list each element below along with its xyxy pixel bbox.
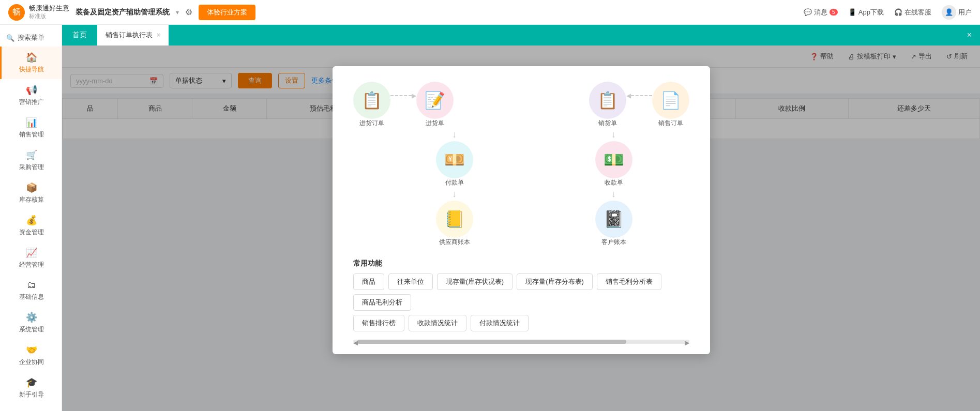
sales-bill-label: 销货单 bbox=[598, 119, 617, 128]
experience-btn[interactable]: 体验行业方案 bbox=[199, 5, 255, 20]
top-bar-right: 💬 消息 5 📱 App下载 🎧 在线客服 👤 用户 bbox=[804, 5, 972, 20]
finance-icon: 💰 bbox=[26, 215, 37, 226]
app-download-icon: 📱 bbox=[848, 8, 856, 16]
sidebar: 🔍 搜索菜单 🏠 快捷导航 📢 营销推广 📊 销售管理 🛒 采购管理 📦 bbox=[0, 25, 62, 411]
logo-area: 畅 畅康通好生意 标准版 bbox=[8, 4, 69, 21]
system-dropdown-arrow[interactable]: ▾ bbox=[176, 9, 179, 16]
scroll-right-icon[interactable]: ▶ bbox=[685, 339, 689, 346]
quick-nav-modal: 📋 进货订单 ▶ 📝 bbox=[333, 66, 710, 354]
cf-btn-sales-profit[interactable]: 销售毛利分析表 bbox=[597, 273, 661, 290]
operation-icon: 📈 bbox=[26, 247, 37, 258]
gear-icon[interactable]: ⚙ bbox=[185, 7, 192, 17]
cf-btn-partner[interactable]: 往来单位 bbox=[388, 273, 433, 290]
arrow-down-payment2: ↓ bbox=[452, 189, 457, 199]
tab-home[interactable]: 首页 bbox=[62, 25, 97, 45]
sales-order-icon: 📄 bbox=[660, 90, 681, 110]
sidebar-item-label: 经营管理 bbox=[19, 261, 44, 269]
main-body: 🔍 搜索菜单 🏠 快捷导航 📢 营销推广 📊 销售管理 🛒 采购管理 📦 bbox=[0, 25, 980, 411]
system-name: 装备及固定资产辅助管理系统 bbox=[76, 8, 170, 17]
sidebar-item-label: 营销推广 bbox=[19, 98, 44, 106]
modal-overlay[interactable]: 📋 进货订单 ▶ 📝 bbox=[62, 45, 980, 411]
arrow-down-receipt: ↓ bbox=[611, 130, 616, 139]
cf-buttons-row2: 销售排行榜 收款情况统计 付款情况统计 bbox=[353, 315, 689, 331]
tab-close-icon[interactable]: × bbox=[157, 32, 160, 39]
quick-nav-icon: 🏠 bbox=[26, 52, 37, 63]
sidebar-item-operation[interactable]: 📈 经营管理 bbox=[0, 242, 62, 275]
message-btn[interactable]: 💬 消息 5 bbox=[804, 8, 838, 17]
sidebar-item-label: 快捷导航 bbox=[19, 65, 44, 74]
receipt-bill-label: 收款单 bbox=[605, 178, 623, 187]
marketing-icon: 📢 bbox=[26, 84, 37, 96]
sales-order-node[interactable]: 📄 bbox=[652, 82, 689, 119]
sidebar-item-quick-nav[interactable]: 🏠 快捷导航 bbox=[0, 47, 62, 79]
logo-sub: 标准版 bbox=[29, 12, 69, 20]
guide-icon: 🎓 bbox=[26, 377, 37, 388]
cf-title: 常用功能 bbox=[353, 259, 689, 268]
flow-section: 📋 进货订单 ▶ 📝 bbox=[353, 82, 689, 247]
common-functions: 常用功能 商品 往来单位 现存量(库存状况表) 现存量(库存分布表) 销售毛利分… bbox=[353, 259, 689, 331]
search-icon: 🔍 bbox=[6, 34, 14, 42]
service-icon: 🎧 bbox=[894, 8, 902, 16]
cf-btn-receipt-stat[interactable]: 收款情况统计 bbox=[409, 315, 466, 331]
cf-btn-product[interactable]: 商品 bbox=[353, 273, 384, 290]
scroll-left-icon[interactable]: ◀ bbox=[353, 339, 358, 346]
arrow-down-receipt2: ↓ bbox=[611, 189, 616, 199]
cf-btn-sales-rank[interactable]: 销售排行榜 bbox=[353, 315, 404, 331]
payment-bill-label: 付款单 bbox=[445, 178, 464, 187]
cf-btn-stock-status[interactable]: 现存量(库存状况表) bbox=[437, 273, 513, 290]
customer-ledger-icon: 📓 bbox=[604, 209, 624, 229]
cf-btn-payment-stat[interactable]: 付款情况统计 bbox=[471, 315, 529, 331]
sidebar-item-enterprise[interactable]: 🤝 企业协同 bbox=[0, 339, 62, 372]
sidebar-item-inventory[interactable]: 📦 库存核算 bbox=[0, 177, 62, 209]
payment-bill-node[interactable]: 💴 bbox=[436, 141, 473, 178]
customer-ledger-node[interactable]: 📓 bbox=[595, 201, 632, 238]
purchase-bill-node[interactable]: 📝 bbox=[416, 82, 454, 119]
modal-scrollbar[interactable]: ◀ ▶ bbox=[353, 340, 689, 344]
purchase-order-label: 进货订单 bbox=[359, 119, 384, 128]
supplier-ledger-label: 供应商账本 bbox=[439, 238, 470, 247]
online-service-btn[interactable]: 🎧 在线客服 bbox=[894, 8, 931, 17]
sales-bill-node[interactable]: 📋 bbox=[589, 82, 626, 119]
supplier-ledger-node[interactable]: 📒 bbox=[436, 201, 473, 238]
cf-buttons: 商品 往来单位 现存量(库存状况表) 现存量(库存分布表) 销售毛利分析表 商品… bbox=[353, 273, 689, 311]
payment-col: ↓ 💴 付款单 ↓ 📒 供应商账本 bbox=[436, 128, 473, 247]
sidebar-item-guide[interactable]: 🎓 新手引导 bbox=[0, 372, 62, 404]
sales-icon: 📊 bbox=[26, 117, 37, 128]
sidebar-item-system[interactable]: ⚙️ 系统管理 bbox=[0, 307, 62, 339]
receipt-bill-icon: 💵 bbox=[604, 150, 624, 170]
app-download-btn[interactable]: 📱 App下载 bbox=[848, 8, 884, 17]
supplier-ledger-icon: 📒 bbox=[444, 209, 465, 229]
sidebar-item-label: 系统管理 bbox=[19, 325, 44, 334]
sidebar-item-purchase[interactable]: 🛒 采购管理 bbox=[0, 144, 62, 177]
logo-text-block: 畅康通好生意 标准版 bbox=[29, 4, 69, 20]
sales-order-col: 📄 销售订单 bbox=[652, 82, 689, 128]
sidebar-item-finance[interactable]: 💰 资金管理 bbox=[0, 209, 62, 242]
tab-bar: 首页 销售订单执行表 × × bbox=[62, 25, 980, 45]
sidebar-item-basic[interactable]: 🗂 基础信息 bbox=[0, 275, 62, 307]
message-badge: 5 bbox=[830, 9, 838, 16]
cf-btn-stock-dist[interactable]: 现存量(库存分布表) bbox=[517, 273, 593, 290]
scrollbar-thumb[interactable] bbox=[357, 340, 626, 344]
sidebar-item-label: 企业协同 bbox=[19, 358, 44, 367]
purchase-icon: 🛒 bbox=[26, 149, 37, 161]
cf-btn-product-profit[interactable]: 商品毛利分析 bbox=[353, 294, 411, 311]
tab-label: 销售订单执行表 bbox=[105, 31, 153, 40]
tab-bar-close-btn[interactable]: × bbox=[959, 31, 980, 40]
enterprise-icon: 🤝 bbox=[26, 344, 37, 356]
basic-icon: 🗂 bbox=[27, 280, 36, 291]
purchase-order-col: 📋 进货订单 bbox=[353, 82, 390, 128]
search-label: 搜索菜单 bbox=[18, 33, 44, 42]
sidebar-item-sales[interactable]: 📊 销售管理 bbox=[0, 112, 62, 144]
message-icon: 💬 bbox=[804, 8, 812, 16]
service-label: 在线客服 bbox=[904, 8, 931, 17]
sales-bill-icon: 📋 bbox=[597, 90, 618, 110]
sidebar-item-marketing[interactable]: 📢 营销推广 bbox=[0, 79, 62, 112]
tab-active[interactable]: 销售订单执行表 × bbox=[97, 25, 169, 45]
arrow-po-pb: ▶ bbox=[390, 82, 416, 99]
app-container: 畅 畅康通好生意 标准版 装备及固定资产辅助管理系统 ▾ ⚙ 体验行业方案 💬 … bbox=[0, 0, 980, 411]
user-area[interactable]: 👤 用户 bbox=[942, 5, 972, 20]
sidebar-item-label: 销售管理 bbox=[19, 130, 44, 139]
receipt-bill-node[interactable]: 💵 bbox=[595, 141, 632, 178]
sidebar-search[interactable]: 🔍 搜索菜单 bbox=[0, 29, 62, 47]
purchase-order-node[interactable]: 📋 bbox=[353, 82, 390, 119]
